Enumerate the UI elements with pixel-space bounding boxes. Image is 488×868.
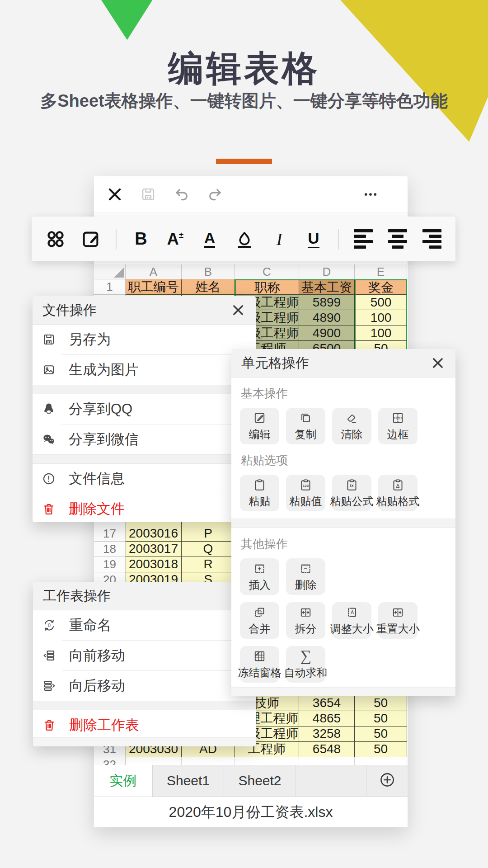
op-button-paste[interactable]: 粘贴: [240, 475, 279, 511]
grid-icon[interactable]: [45, 226, 66, 253]
sheet-cell[interactable]: 5899: [299, 295, 355, 310]
sheet-cell[interactable]: 100: [355, 310, 407, 326]
font-color-icon[interactable]: A: [200, 226, 220, 253]
row-header[interactable]: 19: [94, 557, 126, 572]
column-header[interactable]: C: [235, 264, 299, 279]
menu-item-rename[interactable]: 0重命名: [33, 610, 256, 640]
underline-icon[interactable]: U: [304, 226, 324, 253]
select-all-corner[interactable]: [94, 264, 126, 279]
sheet-cell[interactable]: P: [182, 526, 235, 542]
menu-item-trash[interactable]: 删除文件: [33, 494, 256, 522]
more-icon[interactable]: [361, 185, 380, 203]
op-button-resize[interactable]: A调整大小: [332, 602, 371, 639]
sheet-cell[interactable]: [235, 757, 299, 765]
split-icon: [299, 605, 313, 619]
menu-item-image[interactable]: 生成为图片: [33, 355, 256, 385]
fill-color-icon[interactable]: [234, 226, 255, 253]
menu-item-trash[interactable]: 删除工作表: [33, 710, 256, 740]
sheet-cell[interactable]: [355, 757, 407, 765]
worksheet-panel-title: 工作表操作: [43, 587, 111, 605]
sheet-cell[interactable]: 4865: [299, 711, 355, 726]
close-icon[interactable]: [430, 355, 446, 371]
close-icon[interactable]: [230, 302, 246, 318]
align-left-icon[interactable]: [353, 226, 373, 253]
sheet-cell[interactable]: 6548: [299, 742, 355, 757]
sheet-cell[interactable]: 奖金: [355, 279, 407, 295]
op-button-split[interactable]: 拆分: [286, 602, 325, 639]
column-header[interactable]: E: [355, 264, 407, 279]
op-button-reset-size[interactable]: 重置大小: [378, 602, 418, 639]
op-button-paste-value[interactable]: 123粘贴值: [286, 475, 325, 511]
sheet-cell[interactable]: 50: [355, 742, 407, 757]
bold-icon[interactable]: B: [131, 226, 151, 253]
edit-icon[interactable]: [80, 226, 101, 253]
sheet-cell[interactable]: 500: [355, 295, 407, 310]
row-header[interactable]: 1: [94, 279, 126, 295]
undo-icon[interactable]: [173, 185, 191, 203]
sheet-cell[interactable]: 4890: [299, 310, 355, 326]
italic-icon[interactable]: I: [269, 226, 289, 253]
op-button-paste-formula[interactable]: fx粘贴公式: [332, 475, 371, 511]
sheet-cell[interactable]: 职称: [235, 279, 299, 295]
sheet-cell[interactable]: 职工编号: [126, 279, 182, 295]
column-header[interactable]: D: [299, 264, 355, 279]
align-right-icon[interactable]: [422, 226, 442, 253]
erase-icon: [345, 410, 359, 425]
sheet-cell[interactable]: 基本工资: [299, 279, 355, 295]
menu-item-move-forward[interactable]: 向前移动: [33, 641, 256, 670]
sheet-cell[interactable]: Q: [182, 542, 235, 557]
sheet-cell[interactable]: 50: [355, 726, 407, 742]
sheet-cell[interactable]: [126, 757, 182, 765]
menu-item-qq[interactable]: 分享到QQ: [33, 394, 256, 424]
sheet-cell[interactable]: 2003016: [126, 526, 182, 542]
op-button-insert[interactable]: 插入: [240, 558, 279, 595]
op-button-edit-cell[interactable]: 编辑: [240, 408, 279, 444]
close-icon[interactable]: [106, 185, 124, 203]
sheet-cell[interactable]: [299, 757, 355, 765]
font-size-icon[interactable]: A±: [165, 226, 185, 253]
row-header[interactable]: 32: [94, 757, 126, 765]
filename-text: 2020年10月份工资表.xlsx: [169, 802, 333, 822]
file-operations-panel: 文件操作 另存为生成为图片分享到QQ分享到微信文件信息删除文件: [33, 296, 256, 522]
sheet-cell[interactable]: 4900: [299, 326, 355, 341]
op-button-label: 重置大小: [376, 622, 420, 636]
sheet-cell[interactable]: 50: [355, 696, 407, 711]
op-button-copy[interactable]: 复制: [286, 408, 325, 444]
sheet-cell[interactable]: 3258: [299, 726, 355, 742]
row-header[interactable]: 18: [94, 542, 126, 557]
op-button-label: 粘贴值: [290, 494, 322, 509]
sheet-cell[interactable]: 姓名: [182, 279, 235, 295]
redo-icon[interactable]: [206, 185, 224, 203]
menu-item-info[interactable]: 文件信息: [33, 464, 256, 494]
op-button-border[interactable]: 边框: [378, 408, 418, 444]
save-icon[interactable]: [139, 185, 157, 203]
op-button-delete-cell[interactable]: 删除: [286, 558, 325, 595]
sheet-cell[interactable]: 50: [355, 711, 407, 726]
sheet-cell[interactable]: 2003017: [126, 542, 182, 557]
sheet-cell[interactable]: 2003018: [126, 557, 182, 572]
sheet-cell[interactable]: R: [182, 557, 235, 572]
menu-item-move-backward[interactable]: 向后移动: [33, 671, 256, 701]
sheet-cell[interactable]: 100: [355, 326, 407, 341]
row-header[interactable]: 17: [94, 526, 126, 542]
sheet-tab-Sheet1[interactable]: Sheet1: [153, 765, 224, 797]
op-button-paste-format[interactable]: A粘贴格式: [378, 475, 418, 511]
sheet-cell[interactable]: 3654: [299, 696, 355, 711]
op-button-freeze[interactable]: 冻结窗格: [240, 646, 279, 683]
menu-item-save-as[interactable]: 另存为: [33, 325, 256, 354]
sheet-tab-实例[interactable]: 实例: [94, 765, 153, 797]
paste-format-icon: A: [391, 477, 405, 492]
column-header[interactable]: B: [182, 264, 235, 279]
op-button-merge[interactable]: 合并: [240, 602, 279, 639]
menu-item-wechat[interactable]: 分享到微信: [33, 425, 256, 454]
sheet-cell[interactable]: [182, 757, 235, 765]
column-header[interactable]: A: [126, 264, 182, 279]
op-button-erase[interactable]: 清除: [332, 408, 371, 444]
button-row: 编辑复制清除边框: [240, 408, 447, 444]
paste-icon: [253, 477, 267, 492]
add-sheet-button[interactable]: [366, 765, 408, 797]
align-center-icon[interactable]: [388, 226, 408, 253]
menu-item-label: 另存为: [69, 330, 111, 349]
op-button-autosum[interactable]: ∑自动求和: [286, 646, 325, 683]
sheet-tab-Sheet2[interactable]: Sheet2: [224, 765, 296, 797]
